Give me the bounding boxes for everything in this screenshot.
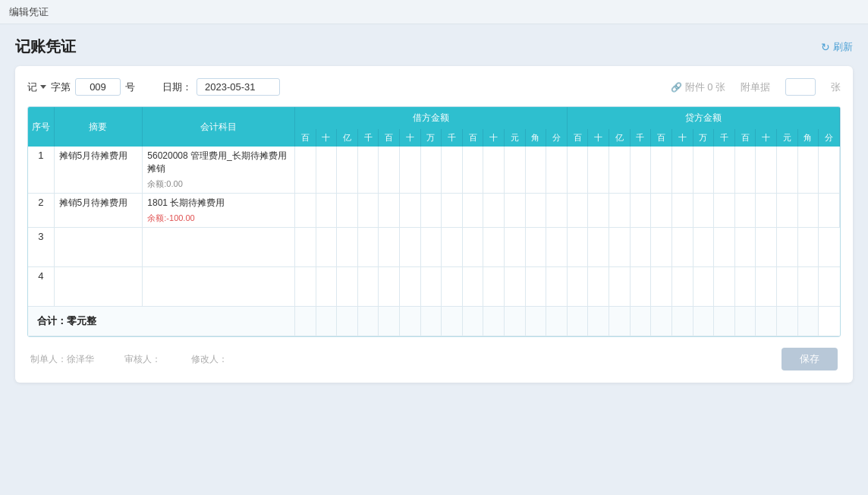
row2-debit-d9[interactable] bbox=[462, 194, 483, 228]
row4-subject[interactable] bbox=[143, 267, 295, 307]
row1-credit-d9[interactable] bbox=[734, 147, 756, 194]
row2-subject[interactable]: 1801 长期待摊费用 余额:-100.00 bbox=[143, 194, 295, 228]
col-header-seq: 序号 bbox=[28, 107, 54, 147]
row2-credit-d4[interactable] bbox=[630, 194, 651, 228]
creator-field: 制单人：徐泽华 bbox=[30, 353, 94, 366]
row1-credit-d5[interactable] bbox=[651, 147, 672, 194]
row1-credit-d3[interactable] bbox=[609, 147, 631, 194]
digit-shi6: 十 bbox=[756, 129, 777, 147]
row1-credit-d2[interactable] bbox=[588, 147, 609, 194]
window-title: 编辑凭证 bbox=[9, 5, 49, 19]
row1-debit-d3[interactable] bbox=[337, 147, 358, 194]
row4-summary[interactable] bbox=[54, 267, 143, 307]
attachment-label: 附件 0 张 bbox=[685, 80, 725, 94]
date-input[interactable] bbox=[197, 78, 280, 96]
fudan-count-input[interactable] bbox=[785, 78, 816, 96]
row1-summary[interactable]: 摊销5月待摊费用 bbox=[54, 147, 143, 194]
row1-credit-d13[interactable] bbox=[819, 147, 840, 194]
row2-credit-d12[interactable] bbox=[797, 194, 819, 228]
row1-credit-d11[interactable] bbox=[776, 147, 797, 194]
digit-shi1: 十 bbox=[316, 129, 337, 147]
row1-credit-d8[interactable] bbox=[714, 147, 735, 194]
row2-debit-d4[interactable] bbox=[357, 194, 379, 228]
digit-bai2: 百 bbox=[379, 129, 400, 147]
row1-credit-d7[interactable] bbox=[693, 147, 714, 194]
row1-credit-d1[interactable] bbox=[567, 147, 588, 194]
row1-credit-d4[interactable] bbox=[630, 147, 651, 194]
chevron-down-icon bbox=[40, 85, 46, 89]
row2-debit-d2[interactable] bbox=[316, 194, 337, 228]
save-button[interactable]: 保存 bbox=[782, 348, 838, 370]
row2-credit-d9[interactable] bbox=[734, 194, 756, 228]
row2-credit-d8[interactable] bbox=[714, 194, 735, 228]
col-header-debit: 借方金额 bbox=[294, 107, 567, 129]
row1-debit-d10[interactable] bbox=[483, 147, 505, 194]
col-header-credit: 贷方金额 bbox=[567, 107, 839, 129]
digit-shi3: 十 bbox=[483, 129, 505, 147]
refresh-button[interactable]: ↻ 刷新 bbox=[821, 40, 853, 54]
row2-debit-d3[interactable] bbox=[337, 194, 358, 228]
row3-seq: 3 bbox=[28, 228, 54, 267]
refresh-label: 刷新 bbox=[833, 40, 853, 54]
voucher-type-label: 记 bbox=[27, 80, 37, 94]
row1-debit-d12[interactable] bbox=[525, 147, 546, 194]
row2-credit-d6[interactable] bbox=[671, 194, 693, 228]
digit-shi2: 十 bbox=[399, 129, 420, 147]
row2-credit-d11[interactable] bbox=[776, 194, 797, 228]
row1-debit-d9[interactable] bbox=[462, 147, 483, 194]
row2-credit-d7[interactable] bbox=[693, 194, 714, 228]
row2-credit-d3[interactable] bbox=[609, 194, 631, 228]
row1-credit-d12[interactable] bbox=[797, 147, 819, 194]
col-header-subject: 会计科目 bbox=[143, 107, 295, 147]
row2-debit-d1[interactable] bbox=[294, 194, 316, 228]
voucher-type-dropdown[interactable]: 记 bbox=[27, 80, 46, 94]
modifier-field: 修改人： bbox=[191, 353, 228, 366]
row1-debit-d1[interactable] bbox=[294, 147, 316, 194]
digit-wan2: 万 bbox=[693, 129, 714, 147]
row2-debit-d5[interactable] bbox=[379, 194, 400, 228]
digit-qian2: 千 bbox=[442, 129, 463, 147]
row1-credit-d6[interactable] bbox=[671, 147, 693, 194]
row1-subject[interactable]: 56020008 管理费用_长期待摊费用摊销 余额:0.00 bbox=[143, 147, 295, 194]
row1-seq: 1 bbox=[28, 147, 54, 194]
row1-debit-d2[interactable] bbox=[316, 147, 337, 194]
refresh-icon: ↻ bbox=[821, 41, 830, 53]
row1-debit-d6[interactable] bbox=[399, 147, 420, 194]
row2-credit-d2[interactable] bbox=[588, 194, 609, 228]
digit-yi2: 亿 bbox=[609, 129, 631, 147]
row2-debit-d11[interactable] bbox=[505, 194, 526, 228]
row2-debit-d12[interactable] bbox=[525, 194, 546, 228]
total-label: 合计：零元整 bbox=[28, 307, 294, 336]
row2-summary[interactable]: 摊销5月待摊费用 bbox=[54, 194, 143, 228]
row1-debit-d4[interactable] bbox=[357, 147, 379, 194]
row2-credit-d10[interactable] bbox=[756, 194, 777, 228]
digit-yi1: 亿 bbox=[337, 129, 358, 147]
row1-debit-d13[interactable] bbox=[546, 147, 568, 194]
row2-debit-d7[interactable] bbox=[420, 194, 442, 228]
digit-bai3: 百 bbox=[462, 129, 483, 147]
row2-credit-d13[interactable] bbox=[819, 194, 840, 228]
row1-debit-d5[interactable] bbox=[379, 147, 400, 194]
digit-yuan1: 元 bbox=[505, 129, 526, 147]
voucher-number-input[interactable] bbox=[75, 78, 121, 96]
row2-debit-d10[interactable] bbox=[483, 194, 505, 228]
row1-debit-d8[interactable] bbox=[442, 147, 463, 194]
row2-credit-d5[interactable] bbox=[651, 194, 672, 228]
row1-debit-d7[interactable] bbox=[420, 147, 442, 194]
digit-jiao2: 角 bbox=[797, 129, 819, 147]
digit-shi5: 十 bbox=[671, 129, 693, 147]
row1-credit-d10[interactable] bbox=[756, 147, 777, 194]
row3-subject[interactable] bbox=[143, 228, 295, 267]
attachment-area: 🔗 附件 0 张 bbox=[671, 80, 725, 94]
row1-debit-d11[interactable] bbox=[505, 147, 526, 194]
row2-debit-d8[interactable] bbox=[442, 194, 463, 228]
row2-credit-d1[interactable] bbox=[567, 194, 588, 228]
table-row: 2 摊销5月待摊费用 1801 长期待摊费用 余额:-100.00 bbox=[28, 194, 840, 228]
row2-debit-d13[interactable] bbox=[546, 194, 568, 228]
row2-debit-d6[interactable] bbox=[399, 194, 420, 228]
col-header-summary: 摘要 bbox=[54, 107, 143, 147]
fudan-label: 附单据 bbox=[741, 80, 770, 94]
digit-jiao1: 角 bbox=[525, 129, 546, 147]
page-title: 记账凭证 bbox=[15, 36, 76, 57]
row3-summary[interactable] bbox=[54, 228, 143, 267]
